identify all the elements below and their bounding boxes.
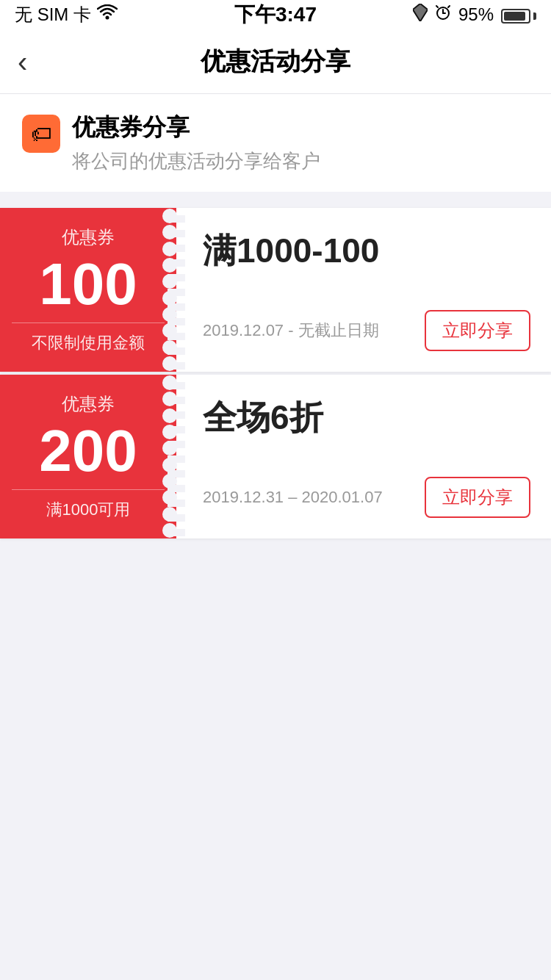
coupon-title-1: 满1000-100 [203, 228, 530, 274]
wifi-icon [97, 4, 118, 25]
coupon-date-1: 2019.12.07 - 无截止日期 [203, 320, 413, 342]
carrier-text: 无 SIM 卡 [15, 3, 91, 26]
coupon-card-2: 优惠券 200 满1000可用 全场6折 2019.12.31 – 2020.0… [0, 375, 551, 538]
coupon-list: 优惠券 100 不限制使用金额 满1000-100 2019.12.07 - 无… [0, 193, 551, 555]
coupon-card-1: 优惠券 100 不限制使用金额 满1000-100 2019.12.07 - 无… [0, 208, 551, 372]
nav-bar: ‹ 优惠活动分享 [0, 29, 551, 94]
share-button-1[interactable]: 立即分享 [425, 310, 530, 351]
section-header: 🏷 优惠券分享 将公司的优惠活动分享给客户 [0, 94, 551, 192]
coupon-date-2: 2019.12.31 – 2020.01.07 [203, 488, 413, 507]
section-icon: 🏷 [22, 115, 60, 153]
coupon-right-2: 全场6折 2019.12.31 – 2020.01.07 立即分享 [176, 375, 551, 538]
empty-area [0, 555, 551, 980]
coupon-serrated-1 [162, 208, 177, 372]
coupon-title-2: 全场6折 [203, 395, 530, 441]
coupon-label-2: 优惠券 [62, 392, 115, 416]
coupon-bottom-1: 2019.12.07 - 无截止日期 立即分享 [203, 310, 530, 351]
status-bar: 无 SIM 卡 下午3:47 [0, 0, 551, 29]
alarm-icon [435, 4, 451, 25]
status-left: 无 SIM 卡 [15, 3, 118, 26]
coupon-serrated-2 [162, 375, 177, 538]
coupon-right-1: 满1000-100 2019.12.07 - 无截止日期 立即分享 [176, 208, 551, 372]
section-text: 优惠券分享 将公司的优惠活动分享给客户 [72, 112, 320, 174]
status-right: 95% [413, 4, 536, 26]
status-time: 下午3:47 [234, 1, 317, 29]
back-button[interactable]: ‹ [18, 47, 27, 76]
battery-icon [501, 4, 536, 25]
coupon-left-2: 优惠券 200 满1000可用 [0, 375, 176, 538]
coupon-left-1: 优惠券 100 不限制使用金额 [0, 208, 176, 372]
coupon-amount-2: 200 [39, 422, 137, 480]
coupon-amount-1: 100 [39, 255, 137, 314]
section-heading: 优惠券分享 [72, 112, 320, 144]
coupon-bottom-2: 2019.12.31 – 2020.01.07 立即分享 [203, 477, 530, 518]
svg-line-5 [448, 6, 450, 7]
section-description: 将公司的优惠活动分享给客户 [72, 148, 320, 174]
coupon-condition-2: 满1000可用 [12, 489, 165, 521]
share-button-2[interactable]: 立即分享 [425, 477, 530, 518]
svg-line-4 [436, 6, 438, 7]
coupon-label-1: 优惠券 [62, 226, 115, 249]
coupon-condition-1: 不限制使用金额 [12, 323, 165, 354]
svg-point-0 [106, 16, 109, 20]
location-icon [413, 4, 428, 26]
battery-percent: 95% [458, 4, 494, 25]
nav-title: 优惠活动分享 [201, 45, 350, 79]
